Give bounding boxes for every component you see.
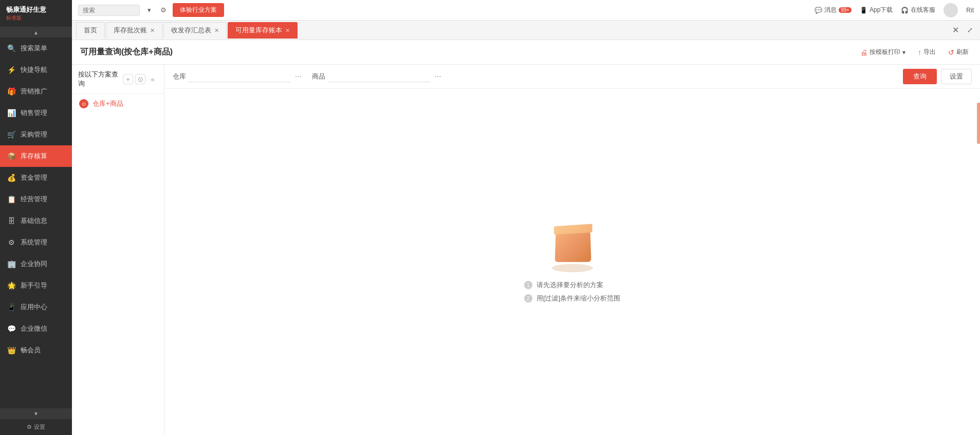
- sidebar-item-label: 库存核算: [21, 152, 47, 161]
- product-label: 商品: [312, 72, 325, 81]
- topbar-search-input[interactable]: [78, 5, 140, 16]
- basic-icon: 🗄: [6, 216, 16, 226]
- sidebar-item-basic[interactable]: 🗄 基础信息: [0, 210, 72, 232]
- page-header: 可用量查询(按仓库+商品) 🖨 按模板打印 ▾ ↑ 导出 ↺ 刷新: [72, 40, 980, 65]
- query-bar: 仓库 ··· 商品 ··· 查询 设置: [164, 65, 980, 89]
- purchase-icon: 🛒: [6, 129, 16, 140]
- user-avatar[interactable]: [944, 3, 958, 17]
- operations-icon: 📋: [6, 194, 16, 204]
- sidebar-item-search[interactable]: 🔍 搜索菜单: [0, 37, 72, 59]
- marketing-icon: 🎁: [6, 86, 16, 97]
- tab-receive-summary[interactable]: 收发存汇总表✕: [163, 22, 227, 39]
- empty-tips: 1 请先选择要分析的方案 2 用[过滤]条件来缩小分析范围: [524, 280, 620, 303]
- print-btn[interactable]: 🖨 按模板打印 ▾: [857, 46, 909, 59]
- sidebar-bottom: ⚙ 设置: [0, 419, 72, 435]
- tip-text-2: 用[过滤]条件来缩小分析范围: [537, 294, 620, 303]
- filter-settings-btn[interactable]: ⊙: [135, 74, 145, 84]
- tab-close-btn[interactable]: ✕: [285, 27, 290, 34]
- export-btn[interactable]: ↑ 导出: [915, 46, 939, 59]
- topbar-dropdown-btn[interactable]: ▾: [144, 5, 154, 15]
- topbar-gear-btn[interactable]: ⚙: [158, 5, 169, 15]
- message-btn[interactable]: 💬 消息 99+: [815, 6, 852, 14]
- filter-panel-title: 按以下方案查询: [78, 70, 119, 88]
- tab-close-btn[interactable]: ✕: [214, 27, 219, 34]
- sidebar-item-purchase[interactable]: 🛒 采购管理: [0, 124, 72, 145]
- online-service-btn[interactable]: 🎧 在线客服: [901, 6, 935, 14]
- main-area: ▾ ⚙ 体验行业方案 💬 消息 99+ 📱 App下载 🎧 在线客服 Rit 首…: [72, 0, 980, 435]
- refresh-icon: ↺: [948, 48, 954, 56]
- product-more-btn[interactable]: ···: [432, 72, 443, 81]
- sidebar-item-marketing[interactable]: 🎁 营销推广: [0, 81, 72, 102]
- warehouse-input[interactable]: [188, 71, 291, 82]
- sidebar-item-enterprise[interactable]: 🏢 企业协同: [0, 253, 72, 275]
- filter-collapse-btn[interactable]: «: [147, 74, 158, 84]
- sidebar-item-label: 基础信息: [21, 216, 47, 225]
- query-settings-button[interactable]: 设置: [941, 69, 972, 84]
- tab-close-btn[interactable]: ✕: [150, 27, 155, 34]
- query-button[interactable]: 查询: [903, 69, 937, 84]
- topbar: ▾ ⚙ 体验行业方案 💬 消息 99+ 📱 App下载 🎧 在线客服 Rit: [72, 0, 980, 21]
- wechat-icon: 💬: [6, 324, 16, 334]
- sidebar-item-label: 企业微信: [21, 324, 47, 333]
- sidebar-item-label: 企业协同: [21, 259, 47, 269]
- sidebar-item-label: 快捷导航: [21, 65, 47, 74]
- close-tab-btn[interactable]: ✕: [949, 24, 961, 36]
- inventory-icon: 📦: [6, 151, 16, 161]
- refresh-btn[interactable]: ↺ 刷新: [945, 46, 972, 59]
- sidebar-item-label: 经营管理: [21, 195, 47, 204]
- tab-batch-account[interactable]: 库存批次账✕: [106, 22, 162, 39]
- print-dropdown-icon: ▾: [902, 49, 905, 56]
- sidebar-item-finance[interactable]: 💰 资金管理: [0, 167, 72, 188]
- print-label: 按模板打印: [870, 48, 900, 56]
- sidebar-item-label: 营销推广: [21, 87, 47, 96]
- sidebar-item-inventory[interactable]: 📦 库存核算: [0, 145, 72, 167]
- phone-icon: 📱: [860, 7, 867, 14]
- topbar-right: 💬 消息 99+ 📱 App下载 🎧 在线客服 Rit: [815, 3, 974, 17]
- tab-available-qty[interactable]: 可用量库存账本✕: [228, 22, 298, 39]
- tab-label: 首页: [84, 26, 97, 35]
- sidebar-item-operations[interactable]: 📋 经营管理: [0, 188, 72, 210]
- sidebar: 畅康通好生意 标准版 ▲ 🔍 搜索菜单 ⚡ 快捷导航 🎁 营销推广 📊 销售管理…: [0, 0, 72, 435]
- filter-item-warehouse-product[interactable]: ⊙ 仓库+商品: [72, 94, 164, 114]
- empty-illustration: [547, 221, 598, 272]
- empty-state: 1 请先选择要分析的方案 2 用[过滤]条件来缩小分析范围: [164, 89, 980, 435]
- expand-btn[interactable]: ⤢: [964, 24, 976, 36]
- member-icon: 👑: [6, 345, 16, 355]
- filter-panel-icons: + ⊙ «: [123, 74, 158, 84]
- app-download-btn[interactable]: 📱 App下载: [860, 6, 893, 14]
- sidebar-item-apps[interactable]: 📱 应用中心: [0, 296, 72, 318]
- tab-label: 可用量库存账本: [235, 26, 282, 35]
- sidebar-item-member[interactable]: 👑 畅会员: [0, 339, 72, 361]
- industry-solution-button[interactable]: 体验行业方案: [173, 3, 224, 17]
- search-icon: 🔍: [6, 43, 16, 53]
- message-badge: 99+: [839, 7, 852, 13]
- tip-text-1: 请先选择要分析的方案: [537, 280, 603, 290]
- export-icon: ↑: [918, 48, 921, 56]
- print-icon: 🖨: [860, 48, 867, 56]
- sidebar-item-newbie[interactable]: 🌟 新手引导: [0, 275, 72, 296]
- warehouse-more-btn[interactable]: ···: [293, 72, 304, 81]
- sidebar-item-shortcut[interactable]: ⚡ 快捷导航: [0, 59, 72, 81]
- sidebar-item-wechat[interactable]: 💬 企业微信: [0, 318, 72, 339]
- shortcut-icon: ⚡: [6, 65, 16, 75]
- sales-icon: 📊: [6, 108, 16, 118]
- main-content: 仓库 ··· 商品 ··· 查询 设置: [164, 65, 980, 435]
- system-icon: ⚙: [6, 237, 16, 248]
- sidebar-item-label: 采购管理: [21, 130, 47, 139]
- sidebar-nav: 🔍 搜索菜单 ⚡ 快捷导航 🎁 营销推广 📊 销售管理 🛒 采购管理 📦 库存核…: [0, 37, 72, 408]
- content-area: 按以下方案查询 + ⊙ « ⊙ 仓库+商品 仓库 ···: [72, 65, 980, 435]
- sidebar-item-sales[interactable]: 📊 销售管理: [0, 102, 72, 124]
- sidebar-item-system[interactable]: ⚙ 系统管理: [0, 232, 72, 253]
- sidebar-item-label: 畅会员: [21, 346, 41, 355]
- filter-panel-header: 按以下方案查询 + ⊙ «: [72, 65, 164, 94]
- enterprise-icon: 🏢: [6, 259, 16, 269]
- tab-home[interactable]: 首页: [76, 22, 105, 39]
- message-icon: 💬: [815, 7, 822, 14]
- sidebar-item-label: 应用中心: [21, 302, 47, 312]
- product-input[interactable]: [327, 71, 430, 82]
- sidebar-item-label: 资金管理: [21, 173, 47, 182]
- sidebar-scroll-down[interactable]: ▼: [0, 408, 72, 419]
- sidebar-scroll-up[interactable]: ▲: [0, 27, 72, 37]
- filter-add-btn[interactable]: +: [123, 74, 133, 84]
- warehouse-field: 仓库 ···: [173, 71, 304, 82]
